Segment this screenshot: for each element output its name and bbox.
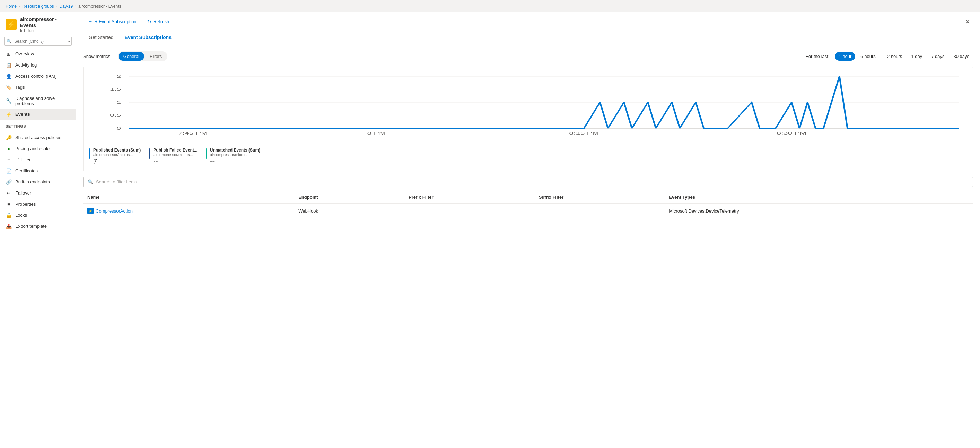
time-12hours[interactable]: 12 hours bbox=[881, 52, 906, 61]
sidebar-item-locks[interactable]: 🔒 Locks bbox=[0, 210, 76, 221]
breadcrumb-day19[interactable]: Day-19 bbox=[59, 4, 73, 9]
table-header: Name Endpoint Prefix Filter Suffix Filte… bbox=[83, 191, 973, 204]
close-button[interactable]: ✕ bbox=[963, 17, 973, 27]
built-in-endpoints-icon: 🔗 bbox=[6, 179, 12, 185]
chart-container: 2 1.5 1 0.5 0 7:45 PM 8 PM 8:15 PM 8:30 … bbox=[83, 67, 973, 171]
search-input[interactable] bbox=[4, 37, 72, 46]
svg-text:1: 1 bbox=[116, 100, 121, 104]
sidebar-item-diagnose[interactable]: 🔧 Diagnose and solve problems bbox=[0, 93, 76, 109]
sidebar-item-activity-log[interactable]: 📋 Activity log bbox=[0, 60, 76, 71]
svg-text:8 PM: 8 PM bbox=[367, 131, 386, 135]
legend-value-failed: -- bbox=[153, 158, 197, 166]
sidebar-item-properties-label: Properties bbox=[15, 201, 36, 207]
event-subscription-label: + Event Subscription bbox=[95, 19, 137, 24]
row-resource-icon: ⚡ bbox=[88, 208, 94, 214]
toggle-general[interactable]: General bbox=[119, 52, 144, 61]
sidebar-item-export-template[interactable]: 📤 Export template bbox=[0, 221, 76, 232]
sidebar-item-pricing-label: Pricing and scale bbox=[15, 146, 49, 151]
legend-value-unmatched: -- bbox=[210, 158, 260, 166]
svg-text:0.5: 0.5 bbox=[110, 113, 121, 117]
sidebar-item-diagnose-label: Diagnose and solve problems bbox=[15, 96, 70, 106]
chart-legend: Published Events (Sum) aircompressor/mic… bbox=[89, 145, 967, 166]
sidebar-title: aircompressor - Events bbox=[20, 17, 70, 29]
for-last-label: For the last: bbox=[806, 54, 830, 59]
search-icon: 🔍 bbox=[6, 39, 12, 44]
sidebar-item-built-in-endpoints-label: Built-in endpoints bbox=[15, 179, 50, 185]
event-subscription-button[interactable]: ＋ + Event Subscription bbox=[83, 16, 141, 27]
table-header-row: Name Endpoint Prefix Filter Suffix Filte… bbox=[83, 191, 973, 204]
search-filter-icon: 🔍 bbox=[88, 179, 93, 185]
sidebar: ⚡ aircompressor - Events IoT Hub 🔍 « ⊞ O… bbox=[0, 13, 76, 448]
table-row: ⚡ CompressorAction WebHook Microsoft.Dev… bbox=[83, 204, 973, 218]
locks-icon: 🔒 bbox=[6, 212, 12, 218]
time-1day[interactable]: 1 day bbox=[907, 52, 926, 61]
breadcrumb-current: aircompressor - Events bbox=[78, 4, 121, 9]
data-table: Name Endpoint Prefix Filter Suffix Filte… bbox=[83, 191, 973, 218]
cell-endpoint: WebHook bbox=[294, 204, 404, 218]
refresh-button[interactable]: ↻ Refresh bbox=[142, 16, 174, 27]
cell-prefix-filter bbox=[404, 204, 535, 218]
content-area: Show metrics: General Errors For the las… bbox=[76, 45, 980, 448]
chart-svg: 2 1.5 1 0.5 0 7:45 PM 8 PM 8:15 PM 8:30 … bbox=[89, 73, 967, 142]
sidebar-item-tags[interactable]: 🏷️ Tags bbox=[0, 82, 76, 93]
cell-suffix-filter bbox=[535, 204, 665, 218]
toggle-errors[interactable]: Errors bbox=[145, 52, 167, 61]
legend-color-unmatched bbox=[206, 148, 207, 159]
search-filter-input[interactable] bbox=[96, 179, 969, 185]
time-30days[interactable]: 30 days bbox=[950, 52, 973, 61]
legend-text-published: Published Events (Sum) aircompressor/mic… bbox=[93, 148, 141, 166]
collapse-icon[interactable]: « bbox=[68, 39, 70, 43]
sidebar-item-ip-filter[interactable]: ≡ IP Filter bbox=[0, 154, 76, 166]
tab-get-started[interactable]: Get Started bbox=[83, 31, 119, 45]
properties-icon: ≡ bbox=[6, 201, 12, 207]
breadcrumb-sep-1: › bbox=[19, 4, 20, 9]
access-control-icon: 👤 bbox=[6, 73, 12, 79]
sidebar-item-built-in-endpoints[interactable]: 🔗 Built-in endpoints bbox=[0, 177, 76, 188]
tab-event-subscriptions[interactable]: Event Subscriptions bbox=[119, 31, 177, 45]
cell-name: ⚡ CompressorAction bbox=[83, 204, 294, 218]
legend-name-published: Published Events (Sum) bbox=[93, 148, 141, 153]
overview-icon: ⊞ bbox=[6, 51, 12, 57]
legend-unmatched: Unmatched Events (Sum) aircompressor/mic… bbox=[206, 148, 260, 166]
breadcrumb-home[interactable]: Home bbox=[6, 4, 17, 9]
legend-color-published bbox=[89, 148, 91, 159]
sidebar-item-properties[interactable]: ≡ Properties bbox=[0, 199, 76, 210]
sidebar-item-certificates[interactable]: 📄 Certificates bbox=[0, 166, 76, 177]
time-6hours[interactable]: 6 hours bbox=[857, 52, 879, 61]
search-filter-bar: 🔍 bbox=[83, 177, 973, 187]
svg-text:8:15 PM: 8:15 PM bbox=[569, 131, 599, 135]
sidebar-item-tags-label: Tags bbox=[15, 84, 25, 90]
sidebar-header: ⚡ aircompressor - Events IoT Hub bbox=[0, 13, 76, 35]
sidebar-item-events[interactable]: ⚡ Events bbox=[0, 109, 76, 120]
shared-access-icon: 🔑 bbox=[6, 135, 12, 140]
sidebar-item-overview[interactable]: ⊞ Overview bbox=[0, 49, 76, 60]
time-1hour[interactable]: 1 hour bbox=[835, 52, 855, 61]
legend-color-failed bbox=[149, 148, 150, 159]
sidebar-item-ip-filter-label: IP Filter bbox=[15, 157, 31, 162]
breadcrumb-sep-3: › bbox=[75, 4, 76, 9]
sidebar-item-pricing[interactable]: ● Pricing and scale bbox=[0, 143, 76, 154]
sidebar-search-area: 🔍 « bbox=[4, 37, 72, 46]
svg-text:1.5: 1.5 bbox=[110, 88, 121, 91]
sidebar-item-access-control[interactable]: 👤 Access control (IAM) bbox=[0, 71, 76, 82]
breadcrumb-sep-2: › bbox=[56, 4, 57, 9]
breadcrumb-resource-groups[interactable]: Resource groups bbox=[22, 4, 54, 9]
th-prefix-filter: Prefix Filter bbox=[404, 191, 535, 204]
failover-icon: ↩ bbox=[6, 190, 12, 196]
sidebar-item-shared-access[interactable]: 🔑 Shared access policies bbox=[0, 132, 76, 143]
sidebar-item-shared-access-label: Shared access policies bbox=[15, 135, 61, 140]
sidebar-item-export-template-label: Export template bbox=[15, 224, 47, 229]
sidebar-item-access-control-label: Access control (IAM) bbox=[15, 73, 57, 79]
metrics-left: Show metrics: General Errors bbox=[83, 51, 167, 61]
legend-sub-published: aircompressor/micros... bbox=[93, 153, 141, 157]
main-content: ＋ + Event Subscription ↻ Refresh ✕ Get S… bbox=[76, 13, 980, 448]
legend-name-failed: Publish Failed Event... bbox=[153, 148, 197, 153]
time-7days[interactable]: 7 days bbox=[928, 52, 948, 61]
iot-hub-icon: ⚡ bbox=[6, 19, 17, 30]
ip-filter-icon: ≡ bbox=[6, 157, 12, 163]
activity-log-icon: 📋 bbox=[6, 62, 12, 68]
th-endpoint: Endpoint bbox=[294, 191, 404, 204]
row-name-link[interactable]: ⚡ CompressorAction bbox=[88, 208, 290, 214]
refresh-label: Refresh bbox=[154, 19, 169, 24]
sidebar-item-failover[interactable]: ↩ Failover bbox=[0, 188, 76, 199]
